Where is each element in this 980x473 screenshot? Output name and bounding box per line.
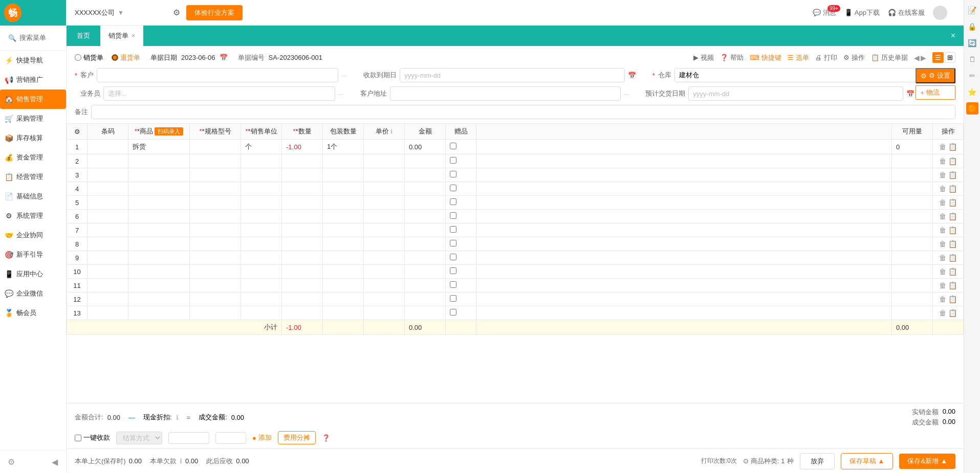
delete-icon[interactable]: 🗑 [939,295,946,303]
app-download-button[interactable]: 📱 App下载 [844,8,880,17]
customer-address-input[interactable] [390,86,621,101]
row-spec[interactable] [190,196,241,210]
copy-icon[interactable]: 📋 [948,240,957,248]
row-amount[interactable] [405,292,446,306]
row-barcode[interactable] [88,265,128,279]
help-btn[interactable]: ❓ 帮助 [720,53,744,62]
row-spec[interactable] [190,140,241,154]
row-barcode[interactable] [88,196,128,210]
row-spec[interactable] [190,182,241,196]
scan-button[interactable]: 扫码录入 [155,127,183,136]
row-barcode[interactable] [88,223,128,237]
avatar[interactable] [933,6,947,20]
row-price[interactable] [364,210,405,223]
customer-input[interactable] [97,68,338,82]
delete-icon[interactable]: 🗑 [939,226,946,234]
row-product[interactable] [128,279,190,292]
row-amount[interactable] [405,154,446,168]
row-gift[interactable] [446,306,476,320]
row-spec[interactable] [190,168,241,182]
row-product[interactable]: 拆货 [128,140,190,154]
sidebar-item-快捷导航[interactable]: ⚡快捷导航 [0,51,66,70]
row-barcode[interactable] [88,168,128,182]
tab-home[interactable]: 首页 [67,26,100,46]
row-qty[interactable] [282,196,323,210]
row-unit[interactable] [241,223,282,237]
debt-info-icon[interactable]: ℹ [180,457,182,465]
collapse-icon[interactable]: ◀ [48,455,62,469]
expense-split-button[interactable]: 费用分摊 [278,431,316,444]
sidebar-item-企业协同[interactable]: 🤝企业协同 [0,226,66,245]
right-icon-1[interactable]: 📝 [966,4,978,16]
delete-icon[interactable]: 🗑 [939,185,946,193]
row-product[interactable] [128,210,190,223]
row-gift[interactable] [446,237,476,251]
row-gift[interactable] [446,140,476,154]
row-amount[interactable] [405,223,446,237]
row-product[interactable] [128,251,190,265]
row-pkg[interactable] [323,154,364,168]
row-qty[interactable] [282,292,323,306]
row-amount[interactable] [405,306,446,320]
row-barcode[interactable] [88,154,128,168]
calendar-icon[interactable]: 📅 [220,54,228,61]
save-new-button[interactable]: 保存&新增 ▲ [899,454,955,469]
row-gift[interactable] [446,251,476,265]
delete-icon[interactable]: 🗑 [939,198,946,207]
delete-icon[interactable]: 🗑 [939,171,946,179]
row-price[interactable] [364,140,405,154]
salesperson-more-icon[interactable]: ··· [338,90,344,98]
row-spec[interactable] [190,237,241,251]
row-barcode[interactable] [88,279,128,292]
sidebar-item-应用中心[interactable]: 📱应用中心 [0,264,66,284]
payment-account-input[interactable] [168,432,209,444]
th-gear[interactable]: ⚙ [67,124,88,140]
delete-icon[interactable]: 🗑 [939,157,946,165]
sidebar-item-营销推广[interactable]: 📢营销推广 [0,70,66,89]
row-product[interactable] [128,223,190,237]
row-amount[interactable] [405,196,446,210]
tab-sales-order[interactable]: 销货单 × [100,26,143,46]
row-barcode[interactable] [88,306,128,320]
row-pkg[interactable] [323,279,364,292]
discount-info-icon[interactable]: ℹ [176,414,179,421]
right-icon-2[interactable]: 🔒 [966,20,978,33]
row-product[interactable] [128,154,190,168]
row-amount[interactable] [405,265,446,279]
row-gift[interactable] [446,210,476,223]
row-unit[interactable] [241,265,282,279]
next-arrow[interactable]: ▶ [921,54,926,62]
row-barcode[interactable] [88,210,128,223]
row-barcode[interactable] [88,182,128,196]
row-amount[interactable] [405,168,446,182]
message-button[interactable]: 💬 消息 99+ [813,8,836,17]
copy-icon[interactable]: 📋 [948,254,957,262]
row-gift[interactable] [446,292,476,306]
delete-icon[interactable]: 🗑 [939,240,946,248]
row-spec[interactable] [190,210,241,223]
row-product[interactable] [128,292,190,306]
row-barcode[interactable] [88,251,128,265]
delete-icon[interactable]: 🗑 [939,143,946,151]
payment-date-input[interactable]: yyyy-mm-dd [400,68,624,82]
settings-icon[interactable]: ⚙ [4,455,18,469]
onepay-checkbox[interactable]: 一键收款 [75,433,110,442]
copy-icon[interactable]: 📋 [948,212,957,220]
address-more-icon[interactable]: ··· [624,90,629,98]
delete-icon[interactable]: 🗑 [939,281,946,289]
row-pkg[interactable] [323,251,364,265]
copy-icon[interactable]: 📋 [948,281,957,289]
row-spec[interactable] [190,223,241,237]
footer-help-icon[interactable]: ❓ [322,434,330,442]
row-spec[interactable] [190,306,241,320]
row-amount[interactable] [405,279,446,292]
tab-close-icon[interactable]: × [132,32,135,39]
sidebar-item-系统管理[interactable]: ⚙系统管理 [0,206,66,226]
row-barcode[interactable] [88,237,128,251]
grid-view-btn[interactable]: ⊞ [945,52,955,63]
row-pkg[interactable] [323,168,364,182]
copy-icon[interactable]: 📋 [948,171,957,179]
row-amount[interactable]: 0.00 [405,140,446,154]
expected-date-calendar-icon[interactable]: 📅 [906,90,914,98]
row-price[interactable] [364,265,405,279]
